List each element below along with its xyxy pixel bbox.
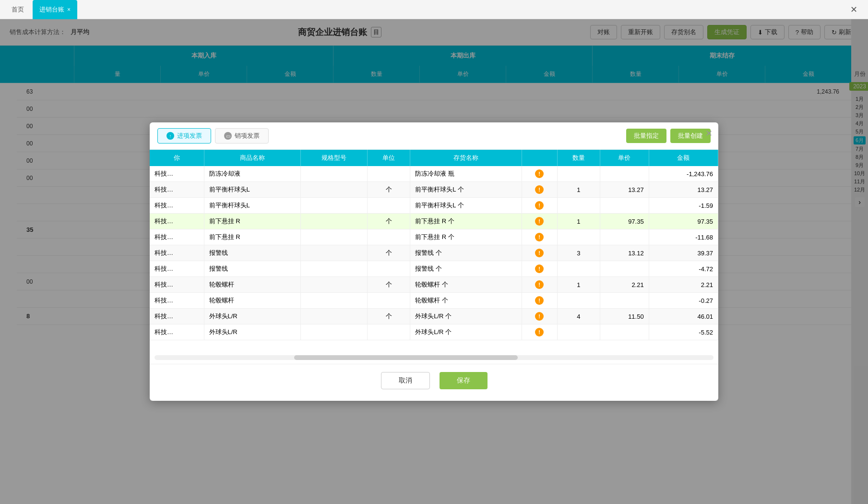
warning-icon[interactable]: !	[535, 201, 544, 210]
outgoing-invoice-icon: ▭	[224, 132, 232, 140]
cell-price: 2.21	[600, 277, 649, 293]
cell-warning: !	[522, 229, 557, 245]
cell-unit	[367, 166, 410, 182]
cell-supplier: 科技…	[150, 324, 204, 340]
modal-close-button[interactable]: ✕	[705, 128, 713, 139]
cell-unit	[367, 198, 410, 214]
table-row: 科技…轮毂螺杆个轮毂螺杆 个!12.212.21	[150, 277, 718, 293]
cell-price: 11.50	[600, 309, 649, 324]
cell-spec	[301, 182, 368, 198]
modal-header-btns: 批量指定 批量创建	[626, 129, 711, 143]
warning-icon[interactable]: !	[535, 296, 544, 305]
cell-qty	[557, 198, 600, 214]
cell-spec	[301, 214, 368, 229]
warning-icon[interactable]: !	[535, 249, 544, 257]
cell-supplier: 科技…	[150, 166, 204, 182]
col-header-product-name: 商品名称	[204, 150, 301, 166]
cell-amount: -11.68	[649, 229, 718, 245]
cell-price	[600, 229, 649, 245]
cell-amount: 46.01	[649, 309, 718, 324]
col-header-warning	[522, 150, 557, 166]
cell-supplier: 科技…	[150, 245, 204, 261]
table-row: 科技…前下悬挂 R个前下悬挂 R 个!197.3597.35	[150, 214, 718, 229]
modal-header: ↑ 进项发票 ▭ 销项发票 批量指定 批量创建 ✕	[150, 122, 718, 150]
cell-amount: 13.27	[649, 182, 718, 198]
warning-icon[interactable]: !	[535, 312, 544, 321]
cell-qty	[557, 166, 600, 182]
cell-unit	[367, 324, 410, 340]
cell-qty	[557, 229, 600, 245]
cell-product-name: 外球头L/R	[204, 324, 301, 340]
cell-inventory-name: 前平衡杆球头L 个	[410, 198, 522, 214]
warning-icon[interactable]: !	[535, 280, 544, 289]
incoming-invoice-icon: ↑	[166, 132, 174, 140]
warning-icon[interactable]: !	[535, 328, 544, 336]
modal-overlay: ↑ 进项发票 ▭ 销项发票 批量指定 批量创建 ✕ 你	[0, 19, 868, 504]
cell-warning: !	[522, 293, 557, 309]
table-row: 科技…报警线报警线 个!-4.72	[150, 261, 718, 277]
col-header-supplier: 你	[150, 150, 204, 166]
cell-price	[600, 166, 649, 182]
cancel-button[interactable]: 取消	[381, 372, 430, 389]
tab-outgoing-invoice[interactable]: ▭ 销项发票	[215, 128, 269, 144]
cell-spec	[301, 198, 368, 214]
cell-unit: 个	[367, 277, 410, 293]
table-row: 科技…防冻冷却液防冻冷却液 瓶!-1,243.76	[150, 166, 718, 182]
cell-supplier: 科技…	[150, 293, 204, 309]
cell-unit	[367, 229, 410, 245]
warning-icon[interactable]: !	[535, 233, 544, 241]
warning-icon[interactable]: !	[535, 264, 544, 273]
cell-inventory-name: 外球头L/R 个	[410, 309, 522, 324]
tab-incoming-invoice[interactable]: ↑ 进项发票	[157, 128, 211, 144]
col-header-qty: 数量	[557, 150, 600, 166]
cell-product-name: 前下悬挂 R	[204, 229, 301, 245]
cell-amount: 2.21	[649, 277, 718, 293]
save-button[interactable]: 保存	[440, 372, 488, 389]
cell-spec	[301, 261, 368, 277]
cell-qty	[557, 261, 600, 277]
table-scroll-area	[150, 351, 718, 364]
ledger-tab[interactable]: 进销台账 ×	[33, 0, 77, 19]
invoice-table-container: 你 商品名称 规格型号 单位 存货名称 数量 单价 金额 科技…防冻冷却液防冻冷…	[150, 150, 718, 351]
batch-create-button[interactable]: 批量创建	[670, 129, 711, 143]
cell-warning: !	[522, 309, 557, 324]
cell-inventory-name: 前下悬挂 R 个	[410, 229, 522, 245]
cell-amount: -0.27	[649, 293, 718, 309]
cell-inventory-name: 轮毂螺杆 个	[410, 277, 522, 293]
warning-icon[interactable]: !	[535, 217, 544, 226]
cell-inventory-name: 报警线 个	[410, 261, 522, 277]
cell-warning: !	[522, 245, 557, 261]
cell-supplier: 科技…	[150, 261, 204, 277]
cell-amount: -1.59	[649, 198, 718, 214]
cell-supplier: 科技…	[150, 198, 204, 214]
cell-qty	[557, 293, 600, 309]
window-close-button[interactable]: ✕	[844, 0, 863, 19]
cell-inventory-name: 轮毂螺杆 个	[410, 293, 522, 309]
cell-unit	[367, 293, 410, 309]
cell-price	[600, 198, 649, 214]
ledger-tab-label: 进销台账	[39, 0, 64, 19]
cell-price: 13.27	[600, 182, 649, 198]
cell-spec	[301, 229, 368, 245]
warning-icon[interactable]: !	[535, 169, 544, 178]
modal-dialog: ↑ 进项发票 ▭ 销项发票 批量指定 批量创建 ✕ 你	[150, 122, 718, 401]
cell-unit: 个	[367, 182, 410, 198]
cell-warning: !	[522, 214, 557, 229]
ledger-tab-close[interactable]: ×	[67, 0, 71, 19]
cell-spec	[301, 293, 368, 309]
table-row: 科技…前下悬挂 R前下悬挂 R 个!-11.68	[150, 229, 718, 245]
table-row: 科技…报警线个报警线 个!313.1239.37	[150, 245, 718, 261]
warning-icon[interactable]: !	[535, 185, 544, 194]
cell-warning: !	[522, 166, 557, 182]
cell-product-name: 前平衡杆球头L	[204, 182, 301, 198]
cell-product-name: 报警线	[204, 261, 301, 277]
cell-price	[600, 293, 649, 309]
cell-price: 13.12	[600, 245, 649, 261]
cell-warning: !	[522, 198, 557, 214]
cell-unit: 个	[367, 309, 410, 324]
scroll-bar[interactable]	[155, 355, 713, 360]
home-tab[interactable]: 首页	[5, 0, 31, 19]
cell-amount: -1,243.76	[649, 166, 718, 182]
batch-assign-button[interactable]: 批量指定	[626, 129, 666, 143]
cell-unit: 个	[367, 245, 410, 261]
